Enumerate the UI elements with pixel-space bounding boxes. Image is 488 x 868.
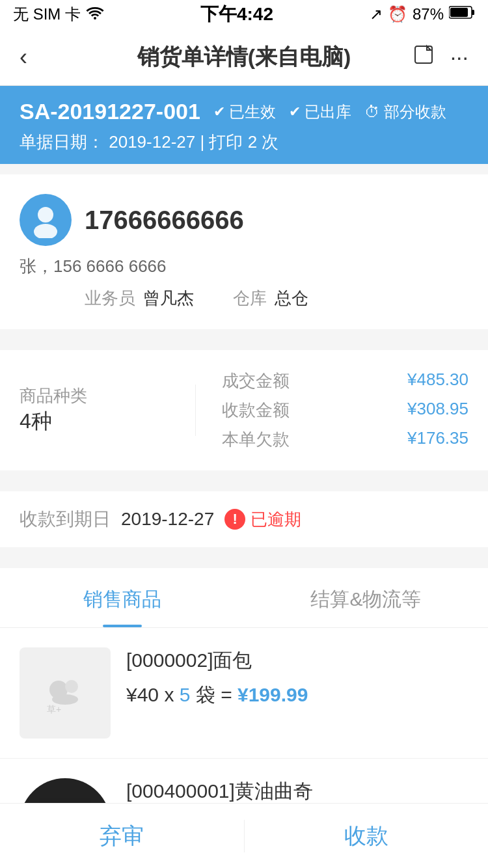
kinds-number: 4种 — [20, 409, 52, 433]
product-price-1: ¥40 x 5 袋 = ¥199.99 — [126, 682, 468, 709]
svg-rect-1 — [472, 10, 474, 15]
bottom-bar: 弃审 收款 — [0, 803, 488, 868]
header-date: 单据日期： 2019-12-27 | 打印 2 次 — [20, 131, 468, 154]
deal-amount: ¥485.30 — [407, 370, 468, 392]
product-item-1: 草+ [0000002]面包 ¥40 x 5 袋 = ¥199.99 — [0, 628, 488, 759]
nav-right-actions: ··· — [413, 44, 468, 71]
customer-meta: 业务员 曾凡杰 仓库 总仓 — [20, 287, 468, 310]
salesman-label: 业务员 — [85, 287, 135, 310]
sep-2 — [0, 470, 488, 481]
status-partial: ⏱ 部分收款 — [364, 102, 446, 122]
check-icon-1: ✔ — [213, 103, 225, 120]
product-tabs: 销售商品 结算&物流等 — [0, 568, 488, 628]
alarm-icon: ⏰ — [388, 5, 407, 23]
warehouse-value: 总仓 — [275, 287, 308, 310]
status-left: 无 SIM 卡 — [13, 4, 104, 25]
nav-bar: ‹ 销货单详情(来自电脑) ··· — [0, 29, 488, 86]
due-date-value: 2019-12-27 — [121, 509, 214, 530]
clock-icon: ⏱ — [364, 103, 380, 121]
kinds-value: 4种 — [20, 407, 195, 436]
customer-sub-info: 张，156 6666 6666 — [20, 255, 468, 278]
customer-card: 17666666666 张，156 6666 6666 业务员 曾凡杰 仓库 总… — [0, 174, 488, 329]
tab-settlement-logistics[interactable]: 结算&物流等 — [244, 568, 488, 627]
due-date-card: 收款到期日 2019-12-27 ! 已逾期 — [0, 491, 488, 547]
status-time: 下午4:42 — [200, 2, 273, 27]
collect-button[interactable]: 收款 — [245, 804, 489, 868]
owed-amount: ¥176.35 — [407, 428, 468, 451]
svg-text:草+: 草+ — [47, 704, 61, 714]
svg-point-8 — [52, 694, 78, 705]
warehouse-label: 仓库 — [233, 287, 267, 310]
status-right: ↗ ⏰ 87% — [370, 5, 475, 23]
product-thumb-1: 草+ — [20, 647, 111, 739]
status-shipped: ✔ 已出库 — [289, 102, 351, 122]
overdue-icon: ! — [224, 509, 245, 530]
back-button[interactable]: ‹ — [20, 44, 27, 71]
sep-3 — [0, 547, 488, 558]
salesman-value: 曾凡杰 — [143, 287, 194, 310]
header-banner: SA-20191227-001 ✔ 已生效 ✔ 已出库 ⏱ 部分收款 单据日期：… — [0, 86, 488, 164]
battery-icon — [449, 5, 475, 23]
collected-amount: ¥308.95 — [407, 399, 468, 422]
avatar — [20, 194, 72, 246]
check-icon-2: ✔ — [289, 103, 301, 120]
overdue-text: 已逾期 — [251, 508, 301, 531]
status-effected: ✔ 已生效 — [213, 102, 276, 122]
svg-point-4 — [38, 207, 53, 223]
customer-top: 17666666666 — [20, 194, 468, 246]
collected-label: 收款金额 — [222, 399, 290, 422]
customer-id: 17666666666 — [85, 206, 244, 235]
owed-amount-row: 本单欠款 ¥176.35 — [222, 428, 468, 451]
product-qty-1: 5 — [180, 684, 191, 705]
order-id: SA-20191227-001 — [20, 99, 200, 124]
summary-amounts: 成交金额 ¥485.30 收款金额 ¥308.95 本单欠款 ¥176.35 — [196, 370, 468, 451]
abandon-button[interactable]: 弃审 — [0, 804, 244, 868]
battery-text: 87% — [413, 5, 444, 23]
salesman-info: 业务员 曾凡杰 — [85, 287, 194, 310]
status-bar: 无 SIM 卡 下午4:42 ↗ ⏰ 87% — [0, 0, 488, 29]
warehouse-info: 仓库 总仓 — [233, 287, 308, 310]
product-name-2: [000400001]黄油曲奇 — [126, 778, 468, 805]
location-icon: ↗ — [370, 5, 383, 23]
due-label: 收款到期日 — [20, 507, 111, 532]
sim-signal: 无 SIM 卡 — [13, 4, 81, 25]
owed-label: 本单欠款 — [222, 428, 290, 451]
svg-point-5 — [34, 224, 57, 238]
share-icon[interactable] — [413, 44, 435, 71]
svg-rect-2 — [450, 8, 468, 17]
kinds-label: 商品种类 — [20, 385, 195, 407]
deal-amount-row: 成交金额 ¥485.30 — [222, 370, 468, 392]
product-total-1: ¥199.99 — [237, 684, 308, 705]
product-info-1: [0000002]面包 ¥40 x 5 袋 = ¥199.99 — [126, 647, 468, 709]
page-title: 销货单详情(来自电脑) — [137, 42, 351, 72]
summary-card: 商品种类 4种 成交金额 ¥485.30 收款金额 ¥308.95 本单欠款 ¥… — [0, 350, 488, 470]
collected-amount-row: 收款金额 ¥308.95 — [222, 399, 468, 422]
overdue-badge: ! 已逾期 — [224, 508, 301, 531]
summary-kinds-section: 商品种类 4种 — [20, 385, 196, 436]
product-name-1: [0000002]面包 — [126, 647, 468, 674]
more-icon[interactable]: ··· — [450, 44, 468, 70]
wifi-icon — [86, 5, 104, 23]
svg-point-7 — [65, 680, 78, 693]
sep-1 — [0, 329, 488, 340]
deal-label: 成交金额 — [222, 370, 290, 392]
tab-sales-products[interactable]: 销售商品 — [0, 568, 244, 627]
